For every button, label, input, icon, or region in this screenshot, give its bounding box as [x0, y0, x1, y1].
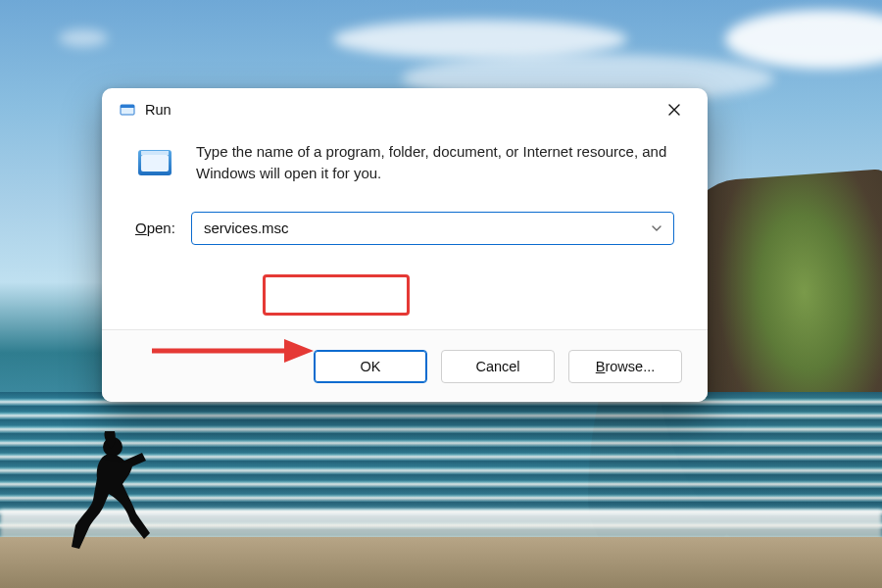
- ok-button[interactable]: OK: [314, 350, 427, 383]
- dialog-footer: OK Cancel Browse...: [102, 329, 708, 402]
- svg-rect-5: [141, 151, 169, 155]
- open-input[interactable]: [192, 213, 673, 244]
- titlebar[interactable]: Run: [102, 88, 708, 131]
- browse-button[interactable]: Browse...: [568, 350, 682, 383]
- run-dialog: Run Type the name of a program, folder, …: [102, 88, 708, 402]
- cloud-decor: [725, 10, 882, 69]
- svg-rect-2: [121, 105, 134, 108]
- cloud-decor: [59, 29, 108, 47]
- svg-rect-4: [141, 155, 169, 172]
- close-button[interactable]: [653, 94, 696, 125]
- open-label: Open:: [135, 220, 175, 236]
- dialog-title: Run: [145, 102, 172, 118]
- run-app-icon: [120, 102, 135, 118]
- cloud-decor: [333, 20, 627, 59]
- dialog-description: Type the name of a program, folder, docu…: [196, 141, 674, 184]
- run-dialog-icon: [135, 143, 174, 182]
- close-icon: [667, 103, 681, 117]
- open-combobox[interactable]: [191, 212, 674, 245]
- cancel-button[interactable]: Cancel: [441, 350, 555, 383]
- desktop-wallpaper: Run Type the name of a program, folder, …: [0, 0, 882, 588]
- runner-silhouette: [54, 431, 172, 568]
